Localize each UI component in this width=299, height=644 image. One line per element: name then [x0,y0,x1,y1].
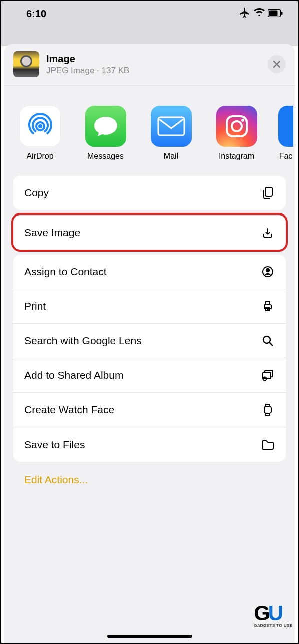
share-app-airdrop[interactable]: AirDrop [16,106,64,161]
status-right [239,7,283,21]
folder-icon [261,438,275,452]
svg-line-17 [269,342,273,346]
share-sheet: Image JPEG Image · 137 KB AirDrop Messag… [4,44,295,643]
share-app-label: Instagram [219,152,254,161]
share-app-label: Fac [279,152,293,161]
share-app-instagram[interactable]: Instagram [213,106,260,161]
share-app-label: Mail [164,152,178,161]
action-save-image[interactable]: Save Image [13,215,286,250]
search-icon [261,334,275,348]
print-icon [261,299,275,313]
svg-point-21 [264,377,265,378]
svg-rect-2 [281,12,283,15]
action-label: Save Image [24,227,80,239]
action-shared-album[interactable]: Add to Shared Album [13,358,286,392]
share-app-label: AirDrop [26,152,53,161]
status-time: 6:10 [26,8,46,20]
watch-icon [261,403,275,417]
watermark: GU GADGETS TO USE [254,601,293,628]
mail-icon [151,106,192,147]
action-save-files[interactable]: Save to Files [13,427,286,462]
svg-point-16 [263,336,270,343]
svg-rect-22 [264,406,271,413]
file-info: Image JPEG Image · 137 KB [46,53,129,76]
actions-container: Copy Save Image Assign to Contact [4,176,295,502]
action-group-copy: Copy [13,176,286,210]
contact-icon [261,265,275,279]
action-group-main: Assign to Contact Print Search with Goog… [13,255,286,462]
action-copy[interactable]: Copy [13,176,286,210]
action-group-save-image: Save Image [13,215,286,250]
svg-point-7 [232,121,242,131]
facebook-icon [278,106,293,147]
airplane-mode-icon [239,7,251,21]
status-bar: 6:10 [1,1,298,26]
watermark-text: GADGETS TO USE [254,623,293,628]
svg-rect-5 [158,117,184,135]
share-apps-row: AirDrop Messages Mail Instagram Fac [4,86,295,176]
svg-rect-13 [266,302,270,305]
action-assign-contact[interactable]: Assign to Contact [13,255,286,289]
share-app-messages[interactable]: Messages [82,106,129,161]
action-print[interactable]: Print [13,289,286,323]
svg-point-8 [241,119,244,122]
close-icon [273,60,281,68]
instagram-icon [216,106,257,147]
download-icon [261,226,275,240]
shared-album-icon [261,368,275,382]
watermark-logo: GU [254,601,293,625]
close-button[interactable] [268,55,286,73]
file-subtitle: JPEG Image · 137 KB [46,66,129,76]
action-label: Copy [24,187,49,199]
battery-icon [268,8,283,20]
action-label: Print [24,300,46,312]
edit-actions-button[interactable]: Edit Actions... [13,467,286,493]
svg-point-4 [38,124,42,128]
action-google-lens[interactable]: Search with Google Lens [13,323,286,358]
svg-point-11 [266,269,269,272]
messages-icon [85,106,126,147]
sheet-backdrop [1,26,298,46]
svg-rect-9 [265,187,272,196]
share-header: Image JPEG Image · 137 KB [4,44,295,86]
action-label: Add to Shared Album [24,369,123,381]
airdrop-icon [20,106,61,147]
file-title: Image [46,53,129,65]
share-app-facebook[interactable]: Fac [278,106,293,161]
share-app-label: Messages [87,152,124,161]
share-apps-container[interactable]: AirDrop Messages Mail Instagram Fac [4,86,295,176]
share-app-mail[interactable]: Mail [147,106,195,161]
action-label: Search with Google Lens [24,335,142,347]
copy-icon [261,186,275,200]
wifi-icon [254,7,265,21]
action-label: Create Watch Face [24,404,114,416]
svg-rect-1 [269,10,278,16]
action-label: Assign to Contact [24,266,107,278]
action-watch-face[interactable]: Create Watch Face [13,392,286,427]
home-indicator[interactable] [107,635,192,638]
action-label: Save to Files [24,439,85,451]
file-thumbnail [13,51,39,77]
